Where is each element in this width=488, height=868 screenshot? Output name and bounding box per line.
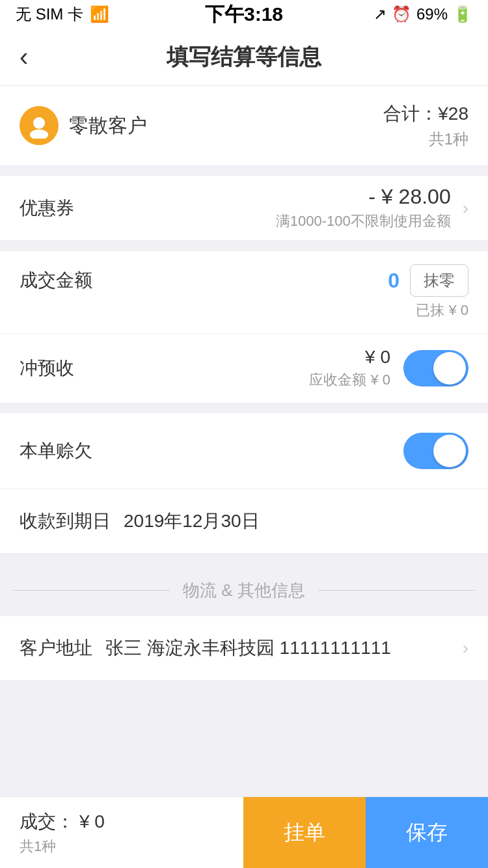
coupon-amount: - ¥ 28.00 <box>276 185 451 209</box>
deal-sub-text: 已抹 ¥ 0 <box>416 301 468 320</box>
status-left: 无 SIM 卡 📶 <box>16 4 109 25</box>
deal-amount-row: 成交金额 0 抹零 已抹 ¥ 0 <box>0 251 488 334</box>
svg-point-1 <box>30 129 48 139</box>
prepay-toggle[interactable] <box>403 350 468 387</box>
coupon-row[interactable]: 优惠券 - ¥ 28.00 满1000-100不限制使用金额 › <box>0 176 488 241</box>
debt-row: 本单赊欠 <box>0 413 488 489</box>
hang-single-button[interactable]: 挂单 <box>243 797 366 868</box>
coupon-right: - ¥ 28.00 满1000-100不限制使用金额 › <box>276 185 468 231</box>
address-row[interactable]: 客户地址 张三 海淀永丰科技园 11111111111 › <box>0 616 488 680</box>
svg-point-0 <box>33 117 45 129</box>
section-header-text: 物流 & 其他信息 <box>183 579 305 602</box>
hang-single-label: 挂单 <box>284 819 325 847</box>
toggle-knob-debt <box>433 435 466 467</box>
divider-1 <box>0 165 488 176</box>
customer-name: 零散客户 <box>69 113 147 139</box>
address-value: 张三 海淀永丰科技园 11111111111 <box>105 636 457 660</box>
prepay-right: ¥ 0 应收金额 ¥ 0 <box>309 347 468 390</box>
coupon-desc: 满1000-100不限制使用金额 <box>276 211 451 231</box>
debt-label: 本单赊欠 <box>20 439 92 463</box>
deal-value[interactable]: 0 <box>360 269 400 293</box>
carrier-text: 无 SIM 卡 <box>16 4 83 25</box>
bottom-deal-label: 成交： <box>20 809 74 834</box>
deal-bottom: 已抹 ¥ 0 <box>20 301 468 320</box>
prepay-row: 冲预收 ¥ 0 应收金额 ¥ 0 <box>0 334 488 403</box>
wifi-icon: 📶 <box>90 5 109 23</box>
battery-icon: 🔋 <box>453 5 472 23</box>
alarm-icon: ⏰ <box>392 5 411 23</box>
coupon-stack: - ¥ 28.00 满1000-100不限制使用金额 <box>276 185 451 231</box>
divider-4 <box>0 554 488 564</box>
round-zero-button[interactable]: 抹零 <box>410 264 468 297</box>
location-icon: ↗ <box>373 5 386 23</box>
prepay-stack: ¥ 0 应收金额 ¥ 0 <box>309 347 390 390</box>
nav-bar: ‹ 填写结算等信息 <box>0 29 488 86</box>
bottom-bar: 成交： ¥ 0 共1种 挂单 保存 <box>0 796 488 868</box>
page-title: 填写结算等信息 <box>167 42 321 72</box>
total-count: 共1种 <box>383 129 468 150</box>
chevron-right-icon: › <box>463 198 468 219</box>
customer-row: 零散客户 合计：¥28 共1种 <box>0 86 488 165</box>
divider-2 <box>0 241 488 251</box>
deal-top: 成交金额 0 抹零 <box>20 264 468 297</box>
deal-label: 成交金额 <box>20 268 92 293</box>
battery-text: 69% <box>416 5 448 23</box>
bottom-deal-row: 成交： ¥ 0 <box>20 809 224 834</box>
due-date-value: 2019年12月30日 <box>124 509 260 534</box>
bottom-left: 成交： ¥ 0 共1种 <box>0 797 243 868</box>
empty-space <box>0 680 488 810</box>
debt-toggle[interactable] <box>403 433 468 469</box>
section-header: 物流 & 其他信息 <box>0 564 488 616</box>
divider-3 <box>0 403 488 413</box>
address-chevron-icon: › <box>463 638 468 658</box>
section-line-right <box>318 590 475 591</box>
content-area: 零散客户 合计：¥28 共1种 优惠券 - ¥ 28.00 满1000-100不… <box>0 86 488 868</box>
save-button[interactable]: 保存 <box>366 797 488 868</box>
total-amount: 合计：¥28 <box>383 102 468 126</box>
customer-left: 零散客户 <box>20 106 147 145</box>
back-button[interactable]: ‹ <box>20 42 28 72</box>
status-right: ↗ ⏰ 69% 🔋 <box>373 5 472 23</box>
due-date-row[interactable]: 收款到期日 2019年12月30日 <box>0 489 488 554</box>
bottom-deal-amount: ¥ 0 <box>79 811 105 832</box>
toggle-knob <box>433 352 466 385</box>
deal-input-area: 0 抹零 <box>360 264 468 297</box>
prepay-sub: 应收金额 ¥ 0 <box>309 370 390 390</box>
address-label: 客户地址 <box>20 636 92 660</box>
prepay-label: 冲预收 <box>20 356 74 381</box>
avatar <box>20 106 59 145</box>
save-label: 保存 <box>406 819 448 847</box>
due-date-label: 收款到期日 <box>20 509 111 534</box>
bottom-count: 共1种 <box>20 837 224 856</box>
section-line-left <box>13 590 170 591</box>
status-bar: 无 SIM 卡 📶 下午3:18 ↗ ⏰ 69% 🔋 <box>0 0 488 29</box>
customer-total: 合计：¥28 共1种 <box>383 102 468 150</box>
coupon-label: 优惠券 <box>20 196 74 221</box>
status-time: 下午3:18 <box>205 1 283 28</box>
prepay-amount: ¥ 0 <box>309 347 390 368</box>
